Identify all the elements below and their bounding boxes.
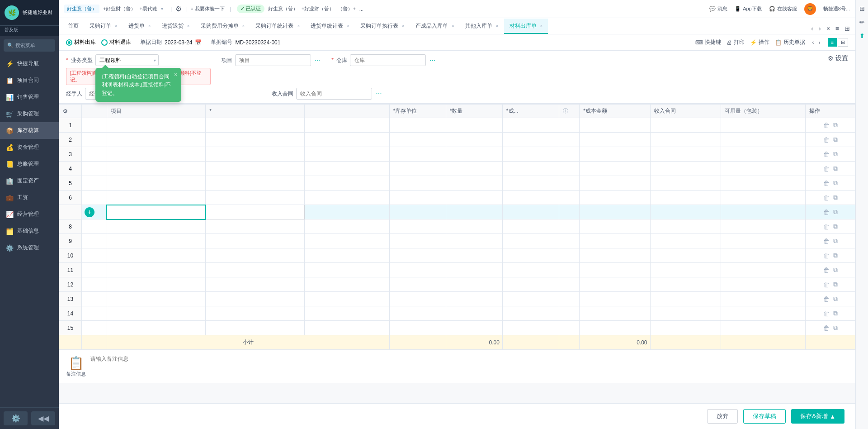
sidebar-item-nav[interactable]: ⚡ 快捷导航 [0, 55, 59, 72]
row-cost-amt-cell[interactable] [580, 162, 650, 176]
row-unit-cell[interactable] [389, 321, 446, 335]
tooltip-close-button[interactable]: × [174, 70, 178, 80]
row-unit-cell[interactable] [389, 277, 446, 292]
row-spec-cell[interactable] [305, 205, 390, 219]
row-avail-cell[interactable] [721, 133, 806, 147]
row-delete-button[interactable]: 🗑 [822, 179, 830, 188]
row-avail-cell[interactable] [721, 191, 806, 205]
try-experience-link[interactable]: ○ 我要体验一下 [190, 5, 225, 12]
row-cost-amt-cell[interactable] [580, 205, 650, 219]
row-income-cell[interactable] [650, 205, 721, 219]
row-cost-cell[interactable] [502, 248, 559, 263]
row-cost-amt-cell[interactable] [580, 219, 650, 234]
tab-other-in[interactable]: 其他入库单 × [460, 19, 504, 34]
sidebar-item-project[interactable]: 📋 项目合同 [0, 72, 59, 89]
shortcut-button[interactable]: ⌨ 快捷键 [695, 38, 721, 46]
row-income-cell[interactable] [650, 176, 721, 191]
sidebar-item-purchase[interactable]: 🛒 采购管理 [0, 105, 59, 122]
ellipsis-link[interactable]: ... [359, 6, 363, 12]
username-label[interactable]: 畅捷通8号... [823, 5, 850, 12]
row-material-cell[interactable] [206, 248, 305, 263]
row-unit-cell[interactable] [389, 176, 446, 191]
row-delete-button[interactable]: 🗑 [822, 193, 830, 202]
row-unit-cell[interactable] [389, 234, 446, 248]
tab-close-inbound-stat[interactable]: × [347, 24, 349, 29]
row-avail-cell[interactable] [721, 321, 806, 335]
row-project-cell[interactable] [107, 133, 206, 147]
row-material-cell[interactable] [206, 263, 305, 277]
row-cost-amt-cell[interactable] [580, 147, 650, 162]
row-copy-button[interactable]: ⧉ [832, 120, 839, 130]
row-unit-cell[interactable] [389, 118, 446, 133]
row-material-cell[interactable] [206, 118, 305, 133]
right-panel-icon-1[interactable]: ⊞ [857, 4, 867, 14]
tab-purchase-stat[interactable]: 采购订单统计表 × [250, 19, 305, 34]
user-avatar[interactable]: 🦁 [804, 3, 816, 15]
row-project-cell[interactable] [107, 277, 206, 292]
sidebar-item-finance[interactable]: 💰 资金管理 [0, 139, 59, 156]
list-view-button[interactable]: ≡ [828, 38, 837, 47]
row-copy-button[interactable]: ⧉ [832, 207, 839, 217]
collapse-button[interactable]: ◀◀ [31, 411, 55, 425]
row-unit-cell[interactable] [389, 292, 446, 306]
row-qty-cell[interactable] [446, 277, 502, 292]
row-material-cell[interactable] [206, 205, 305, 219]
print-button[interactable]: 🖨 打印 [726, 38, 745, 46]
save-new-button[interactable]: 保存&新增 ▲ [791, 409, 844, 424]
row-unit-cell[interactable] [389, 248, 446, 263]
row-cost-amt-cell[interactable] [580, 263, 650, 277]
row-delete-button[interactable]: 🗑 [822, 266, 830, 275]
row-spec-cell[interactable] [305, 292, 390, 306]
row-cost-amt-cell[interactable] [580, 306, 650, 321]
row-project-cell[interactable] [107, 191, 206, 205]
good-finance-link[interactable]: +好业财（普） [302, 5, 334, 12]
col-settings-header[interactable]: ⚙ [59, 105, 82, 118]
row-delete-button[interactable]: 🗑 [822, 222, 830, 231]
row-qty-cell[interactable] [446, 191, 502, 205]
row-copy-button[interactable]: ⧉ [832, 323, 839, 333]
row-cost-amt-cell[interactable] [580, 118, 650, 133]
radio-out[interactable]: 材料出库 [66, 38, 96, 46]
income-contract-input[interactable] [296, 88, 372, 100]
tab-product-in[interactable]: 产成品入库单 × [410, 19, 460, 34]
tab-inbound-return[interactable]: 进货退货 × [156, 19, 195, 34]
tab-home[interactable]: 首页 [62, 19, 84, 34]
row-project-cell[interactable] [107, 263, 206, 277]
row-project-cell[interactable] [107, 234, 206, 248]
project-dots-button[interactable]: ··· [315, 56, 321, 64]
row-project-cell[interactable] [107, 176, 206, 191]
row-delete-button[interactable]: 🗑 [822, 309, 830, 318]
row-spec-cell[interactable] [305, 219, 390, 234]
row-delete-button[interactable]: 🗑 [822, 150, 830, 159]
row-copy-button[interactable]: ⧉ [832, 222, 839, 231]
row-qty-cell[interactable] [446, 306, 502, 321]
row-project-cell[interactable] [107, 306, 206, 321]
discard-button[interactable]: 放弃 [707, 409, 738, 424]
row-cost-cell[interactable] [502, 147, 559, 162]
tab-close-purchase-order[interactable]: × [115, 24, 118, 29]
brand-link-1[interactable]: +好业财（普） [103, 5, 136, 12]
warehouse-dots-button[interactable]: ··· [429, 56, 435, 64]
project-input[interactable] [235, 54, 311, 66]
row-cost-cell[interactable] [502, 292, 559, 306]
tab-grid-view-button[interactable]: ⊞ [843, 23, 852, 34]
row-copy-button[interactable]: ⧉ [832, 149, 839, 159]
row-qty-cell[interactable] [446, 205, 502, 219]
row-income-cell[interactable] [650, 306, 721, 321]
row-copy-button[interactable]: ⧉ [832, 251, 839, 260]
row-material-cell[interactable] [206, 277, 305, 292]
row-income-cell[interactable] [650, 292, 721, 306]
row-project-cell[interactable] [107, 321, 206, 335]
row-qty-cell[interactable] [446, 147, 502, 162]
row-project-cell[interactable] [107, 162, 206, 176]
online-service-button[interactable]: 🎧 在线客服 [769, 5, 797, 12]
sidebar-item-system[interactable]: ⚙️ 系统管理 [0, 239, 59, 256]
warehouse-input[interactable] [350, 54, 426, 66]
row-avail-cell[interactable] [721, 162, 806, 176]
tab-next-button[interactable]: › [817, 23, 823, 34]
row-spec-cell[interactable] [305, 306, 390, 321]
right-panel-icon-2[interactable]: ✏ [857, 17, 867, 27]
row-income-cell[interactable] [650, 321, 721, 335]
search-menu-button[interactable]: 🔍 搜索菜单 [4, 39, 55, 52]
tab-close-other-in[interactable]: × [496, 24, 499, 29]
